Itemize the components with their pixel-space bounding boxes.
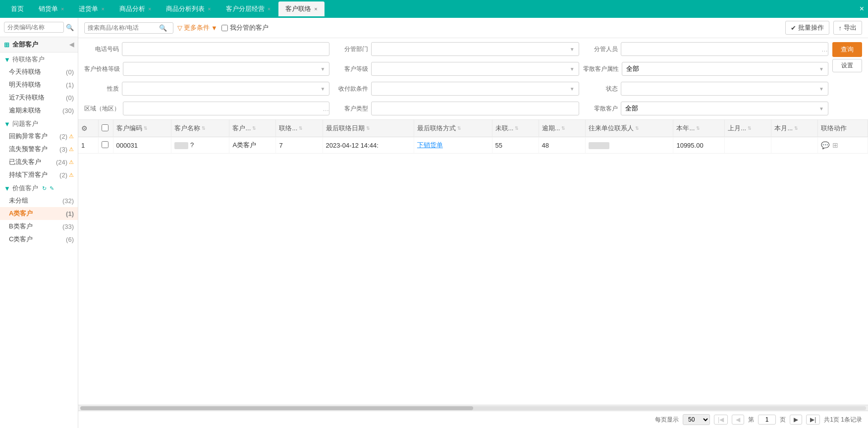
last-way-link[interactable]: 下销货单	[417, 141, 443, 149]
close-customer-mgmt-icon[interactable]: ×	[268, 6, 271, 12]
sidebar-collapse-arrow[interactable]: ◀	[69, 41, 74, 48]
sort-last-way-icon[interactable]: ⇅	[457, 126, 461, 131]
close-analysis-icon[interactable]: ×	[148, 6, 151, 12]
value-section-label[interactable]: ▼ 价值客户 ↻ ✎	[0, 181, 78, 194]
sidebar-item-b-class[interactable]: B类客户 (33)	[0, 220, 78, 233]
cell-type: A类客户	[229, 137, 276, 154]
sidebar-item-ungrouped[interactable]: 未分组 (32)	[0, 194, 78, 207]
churned-count: (24)	[56, 159, 67, 166]
sort-this-year-icon[interactable]: ⇅	[696, 126, 700, 131]
nav-tab-purchase[interactable]: 进货单 ×	[72, 1, 111, 16]
region-dots[interactable]: …	[323, 105, 329, 112]
scrollbar-track[interactable]	[80, 406, 866, 410]
per-page-select[interactable]: 50 100 200	[683, 414, 710, 425]
sidebar-item-overdue[interactable]: 逾期未联络 (30)	[0, 104, 78, 117]
col-this-year-label: 本年...	[676, 124, 695, 133]
my-customers-check[interactable]	[221, 25, 228, 31]
next-page-button[interactable]: ▶	[790, 415, 802, 425]
chat-icon[interactable]: 💬	[821, 141, 829, 149]
nature-select[interactable]: ▼	[122, 82, 329, 96]
sidebar-item-declining[interactable]: 持续下滑客户 (2) ⚠	[0, 168, 78, 181]
phone-input[interactable]	[122, 42, 329, 56]
sidebar-item-a-class[interactable]: A类客户 (1)	[0, 207, 78, 220]
first-page-button[interactable]: |◀	[714, 415, 728, 425]
manager-dots[interactable]: …	[821, 46, 828, 53]
nav-tab-customer-mgmt-label: 客户分层经营	[226, 4, 265, 13]
sort-last-month-icon[interactable]: ⇅	[748, 126, 752, 131]
nav-tab-analysis[interactable]: 商品分析 ×	[112, 1, 158, 16]
more-filters-button[interactable]: ▽ 更多条件 ▼	[177, 23, 217, 32]
page-input[interactable]	[758, 415, 776, 425]
customer-type-input[interactable]	[371, 102, 579, 115]
close-purchase-icon[interactable]: ×	[101, 6, 104, 12]
sort-last-date-icon[interactable]: ⇅	[366, 126, 370, 131]
all-customers-header[interactable]: ⊞ 全部客户 ◀	[0, 37, 78, 53]
last-page-button[interactable]: ▶|	[806, 415, 820, 425]
retail-attr-chevron: ▼	[819, 66, 824, 72]
retail-customer-select[interactable]: 全部 ▼	[621, 102, 828, 115]
main-search-icon[interactable]: 🔍	[159, 24, 167, 32]
pending-section-label[interactable]: ▼ 待联络客户	[0, 53, 78, 65]
batch-op-button[interactable]: ✔ 批量操作	[785, 21, 829, 35]
payment-select[interactable]: ▼	[371, 82, 579, 96]
price-level-select[interactable]: ▼	[123, 62, 329, 76]
dept-select[interactable]: ▼	[371, 42, 579, 56]
sidebar-item-today[interactable]: 今天待联络 (0)	[0, 65, 78, 78]
nav-tab-customer-contact[interactable]: 客户联络 ×	[278, 1, 324, 16]
select-all-checkbox[interactable]	[102, 124, 108, 131]
cell-not-contact: 55	[492, 137, 539, 154]
sort-overdue-icon[interactable]: ⇅	[561, 126, 565, 131]
close-sales-icon[interactable]: ×	[61, 6, 64, 12]
sidebar-item-7days[interactable]: 近7天待联络 (0)	[0, 91, 78, 104]
nav-tab-sales[interactable]: 销货单 ×	[32, 1, 71, 16]
sidebar-item-repurchase-anomaly[interactable]: 回购异常客户 (2) ⚠	[0, 130, 78, 143]
qrcode-icon[interactable]: ⊞	[832, 141, 838, 149]
problem-section-label[interactable]: ▼ 问题客户	[0, 117, 78, 130]
sort-unit-contact-icon[interactable]: ⇅	[635, 126, 639, 131]
sort-type-icon[interactable]: ⇅	[252, 126, 256, 131]
region-input[interactable]	[123, 103, 323, 114]
warn-icon-0: ⚠	[69, 133, 74, 140]
edit-value-icon[interactable]: ✎	[50, 185, 54, 192]
region-label: 区域（地区）	[84, 105, 120, 113]
sidebar-item-tomorrow[interactable]: 明天待联络 (1)	[0, 78, 78, 91]
sidebar-item-c-class[interactable]: C类客户 (6)	[0, 233, 78, 246]
row-checkbox[interactable]	[102, 141, 108, 148]
export-label: 导出	[844, 23, 857, 32]
cell-last-way[interactable]: 下销货单	[414, 137, 492, 154]
close-analysis-list-icon[interactable]: ×	[208, 6, 211, 12]
refresh-icon[interactable]: ↻	[42, 185, 47, 192]
settings-button[interactable]: 设置	[832, 59, 862, 72]
sidebar-search-icon[interactable]: 🔍	[66, 24, 74, 31]
horizontal-scrollbar[interactable]	[78, 405, 868, 411]
manager-input[interactable]	[621, 44, 821, 54]
sort-not-contact-icon[interactable]: ⇅	[515, 126, 519, 131]
sort-this-month-icon[interactable]: ⇅	[794, 126, 798, 131]
th-gear: ⚙	[78, 120, 98, 137]
customer-level-select[interactable]: ▼	[371, 62, 579, 76]
sidebar-search-input[interactable]	[4, 22, 64, 33]
sort-code-icon[interactable]: ⇅	[144, 126, 148, 131]
sidebar-item-churn-warning[interactable]: 流失预警客户 (3) ⚠	[0, 143, 78, 156]
c-class-count: (6)	[66, 236, 74, 243]
nav-tab-home[interactable]: 首页	[4, 1, 31, 16]
status-select[interactable]: ▼	[621, 82, 828, 96]
my-customers-checkbox[interactable]: 我分管的客户	[221, 23, 269, 32]
sort-name-icon[interactable]: ⇅	[202, 126, 206, 131]
close-all-button[interactable]: ×	[860, 4, 864, 13]
dept-label: 分管部门	[333, 45, 368, 54]
sidebar-item-churned[interactable]: 已流失客户 (24) ⚠	[0, 156, 78, 168]
main-search-input[interactable]	[88, 24, 157, 31]
nav-tab-customer-mgmt[interactable]: 客户分层经营 ×	[219, 1, 277, 16]
col-name-label: 客户名称	[174, 124, 200, 133]
nav-tab-analysis-list[interactable]: 商品分析列表 ×	[159, 1, 217, 16]
sort-contact-icon[interactable]: ⇅	[299, 126, 303, 131]
query-button[interactable]: 查询	[832, 42, 862, 57]
export-button[interactable]: ↑ 导出	[833, 21, 863, 35]
scrollbar-thumb[interactable]	[80, 406, 473, 410]
retail-attr-select[interactable]: 全部 ▼	[622, 62, 828, 76]
prev-page-button[interactable]: ◀	[732, 415, 744, 425]
cell-contact: 7	[276, 137, 323, 154]
close-customer-contact-icon[interactable]: ×	[314, 6, 317, 12]
gear-icon[interactable]: ⚙	[81, 124, 88, 132]
